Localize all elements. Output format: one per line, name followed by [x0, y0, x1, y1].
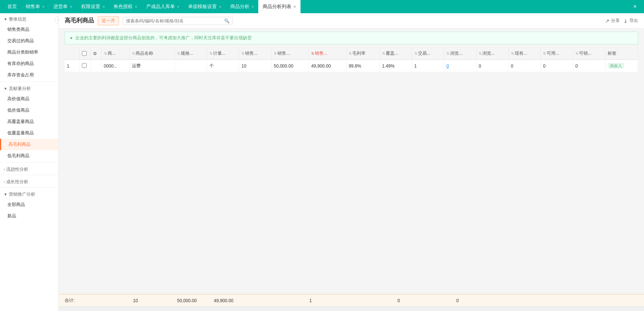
nav-sales-order[interactable]: 销售单 × — [21, 0, 49, 13]
total-label: 合计: — [65, 297, 131, 304]
export-icon: ⤓ — [623, 18, 628, 24]
row-checkbox[interactable] — [82, 63, 87, 68]
total-sales-profit: 49,900.00 — [212, 298, 248, 303]
close-product-analysis-icon[interactable]: × — [252, 4, 254, 9]
table-container: ⚙ ⇅商... ⇅商品名称 ⇅规格... ⇅计量... ⇅销售... ⇅销售..… — [59, 47, 644, 294]
sidebar-item-sales-goods[interactable]: 销售类商品 — [0, 24, 58, 35]
nav-product-analysis[interactable]: 商品分析 × — [226, 0, 258, 13]
filter-recent-month-button[interactable]: 近一月 — [98, 16, 119, 25]
col-spec[interactable]: ⇅规格... — [175, 47, 207, 60]
nav-role-auth[interactable]: 角色授权 × — [109, 0, 141, 13]
sort-icon-margin: ⇅ — [349, 51, 352, 55]
total-spacer5 — [425, 298, 454, 303]
cell-sales-profit: 49,900.00 — [309, 60, 346, 72]
sort-icon-browse2: ⇅ — [479, 51, 482, 55]
sidebar-group-overall[interactable]: ▼ 整体信息 — [0, 13, 58, 24]
cell-browse2: 0 — [476, 60, 508, 72]
search-icon[interactable]: 🔍 — [224, 18, 230, 23]
sidebar-item-high-value[interactable]: 高价值商品 — [0, 93, 58, 105]
close-product-analysis-list-icon[interactable]: × — [294, 4, 296, 9]
collapse-arrow-overall: ▼ — [4, 17, 7, 21]
cell-coverage: 1.49% — [379, 60, 412, 72]
col-sales-amount[interactable]: ⇅销售... — [271, 47, 309, 60]
total-spacer4 — [366, 298, 395, 303]
sidebar-group-marketing[interactable]: ▼ 营销推广分析 — [0, 188, 58, 199]
sidebar-item-low-margin[interactable]: 低毛利商品 — [0, 150, 58, 162]
cell-transaction: 1 — [412, 60, 444, 72]
sidebar-item-low-value[interactable]: 低价值商品 — [0, 105, 58, 116]
sidebar-group-contribution[interactable]: ▼ 贡献量分析 — [0, 83, 58, 93]
sort-icon-available: ⇅ — [543, 51, 546, 55]
total-current-stock: 0 — [395, 298, 425, 303]
nav-purchase-order[interactable]: 进货单 × — [49, 0, 76, 13]
footer-total-row: 合计: 10 50,000.00 49,900.00 1 0 0 — [59, 294, 644, 307]
collapse-arrow-contribution: ▼ — [4, 87, 7, 91]
col-browse2[interactable]: ⇅浏览... — [476, 47, 508, 60]
sidebar-item-traded-goods[interactable]: 交易过的商品 — [0, 35, 58, 47]
sort-icon-saleable: ⇅ — [575, 51, 578, 55]
sidebar-group-trend[interactable]: › 流趋性分析 — [0, 163, 58, 174]
search-box[interactable]: 🔍 — [123, 17, 233, 25]
total-sales-amount: 50,000.00 — [175, 298, 212, 303]
search-input[interactable] — [126, 18, 224, 23]
sidebar: « ▼ 整体信息 销售类商品 交易过的商品 商品分类助销率 有库存的商品 库存资… — [0, 13, 59, 311]
col-saleable[interactable]: ⇅可销... — [573, 47, 605, 60]
close-permission-icon[interactable]: × — [102, 4, 105, 9]
col-available[interactable]: ⇅可用... — [541, 47, 573, 60]
col-code[interactable]: ⇅商... — [101, 47, 129, 60]
sidebar-item-high-coverage[interactable]: 高覆盖量商品 — [0, 116, 58, 127]
col-gross-margin[interactable]: ⇅毛利率 — [346, 47, 380, 60]
col-sales-qty[interactable]: ⇅销售... — [239, 47, 271, 60]
sort-icon-unit: ⇅ — [209, 51, 212, 55]
total-spacer2 — [278, 298, 307, 303]
page-title: 高毛利商品 — [65, 17, 94, 25]
close-role-auth-icon[interactable]: × — [135, 4, 137, 9]
nav-finished-goods[interactable]: 产成品入库单 × — [142, 0, 184, 13]
col-settings[interactable]: ⚙ — [90, 47, 101, 60]
close-template-icon[interactable]: × — [219, 4, 221, 9]
nav-product-analysis-list[interactable]: 商品分析列表 × — [258, 0, 300, 13]
col-coverage[interactable]: ⇅覆盖... — [379, 47, 412, 60]
cell-code: 0000... — [101, 60, 129, 72]
cell-name: 运费 — [129, 60, 175, 72]
sidebar-item-all-goods[interactable]: 全部商品 — [0, 199, 58, 210]
cell-checkbox[interactable] — [79, 60, 90, 72]
sort-icon-amount: ⇅ — [274, 51, 277, 55]
sort-icon-transaction: ⇅ — [414, 51, 417, 55]
sidebar-item-high-margin[interactable]: 高毛利商品 — [0, 139, 58, 150]
cell-tag: 高收入 — [605, 60, 638, 72]
col-unit[interactable]: ⇅计量... — [207, 47, 239, 60]
col-browse1[interactable]: ⇅浏览... — [444, 47, 476, 60]
col-current-stock[interactable]: ⇅现有... — [508, 47, 541, 60]
nav-home[interactable]: 首页 — [3, 0, 21, 13]
cell-browse1[interactable]: 0 — [444, 60, 476, 72]
total-spacer1 — [248, 298, 278, 303]
col-sales-profit[interactable]: ⇅销售... — [309, 47, 346, 60]
nav-permission-settings[interactable]: 权限设置 × — [77, 0, 109, 13]
sidebar-item-in-stock[interactable]: 有库存的商品 — [0, 58, 58, 69]
sidebar-item-low-coverage[interactable]: 低覆盖量商品 — [0, 127, 58, 139]
total-transaction: 1 — [307, 298, 337, 303]
close-finished-goods-icon[interactable]: × — [177, 4, 179, 9]
cell-sales-qty: 10 — [239, 60, 271, 72]
close-sales-order-icon[interactable]: × — [42, 4, 44, 9]
col-checkbox[interactable] — [79, 47, 90, 60]
sidebar-item-stock-capital[interactable]: 库存资金占用 — [0, 69, 58, 81]
cell-unit: 个 — [207, 60, 239, 72]
cell-available: 0 — [541, 60, 573, 72]
sidebar-item-new-goods[interactable]: 新品 — [0, 210, 58, 222]
sidebar-group-growth[interactable]: › 成长性分析 — [0, 176, 58, 187]
sort-icon-profit: ⇅ — [311, 51, 314, 55]
nav-template-settings[interactable]: 单据模板设置 × — [184, 0, 226, 13]
sort-icon-qty: ⇅ — [241, 51, 244, 55]
col-transaction[interactable]: ⇅交易... — [412, 47, 444, 60]
horizontal-scrollbar[interactable] — [59, 307, 644, 311]
select-all-checkbox[interactable] — [82, 51, 87, 56]
sidebar-item-category-rate[interactable]: 商品分类助销率 — [0, 47, 58, 58]
export-button[interactable]: ⤓ 导出 — [623, 18, 638, 24]
col-tag[interactable]: 标签 — [605, 47, 638, 60]
col-name[interactable]: ⇅商品名称 — [129, 47, 175, 60]
window-close-button[interactable]: × — [629, 3, 641, 10]
close-purchase-order-icon[interactable]: × — [70, 4, 72, 9]
share-button[interactable]: ↗ 分享 — [605, 18, 620, 24]
